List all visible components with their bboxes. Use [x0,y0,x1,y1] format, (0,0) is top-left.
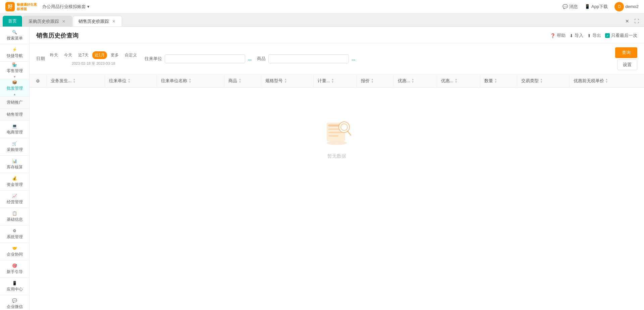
box-icon: 📦 [12,80,17,85]
tab-sales-history[interactable]: 销售历史价跟踪 ✕ [73,16,122,27]
cart-icon: 🛒 [12,141,17,146]
data-table: ⚙ 业务发生... ▲▼ 往来单位 [30,74,644,88]
clipboard-icon: 📋 [12,211,17,216]
import-icon: ⬇ [570,33,573,38]
table-col-goods: 商品 ▲▼ [224,74,261,88]
search-icon: 🔍 [12,30,17,35]
sidebar-item-retail[interactable]: 🏪 零售管理 ▾ [0,62,29,79]
tab-home[interactable]: 首页 [3,16,22,27]
app-logo-icon: 好 [5,2,15,11]
checkbox-checked-icon: ✓ [605,33,610,38]
sidebar-item-ecommerce[interactable]: 💻 电商管理 [0,121,29,138]
date-btn-yesterday[interactable]: 昨天 [48,51,60,59]
sidebar-item-wechat[interactable]: 💬 企业微信 [0,295,29,310]
help-label: 帮助 [557,33,566,39]
table-col-spec: 规格型号 ▲▼ [261,74,314,88]
table-col-pretax-price-sort[interactable]: 优惠前无税单价 ▲▼ [574,78,640,84]
customer-filter-ellipsis[interactable]: ... [248,56,252,61]
col-pretax-price-label: 优惠前无税单价 [574,78,604,84]
sidebar: 🔍 搜索菜单 ⚡ 快捷导航 🏪 零售管理 ▾ 📦 批发管理 ▴ 营销推广 销售管… [0,27,30,310]
user-menu[interactable]: D demo2 [614,2,639,11]
wholesale-submenu: 营销推广 销售管理 [0,97,29,121]
sidebar-item-basics[interactable]: 📋 基础信息 [0,208,29,225]
tab-fullscreen-button[interactable]: ⛶ [633,18,640,24]
tab-close-all-button[interactable]: ✕ [624,18,631,24]
download-icon: 📱 [585,4,590,9]
message-button[interactable]: 💬 消息 [562,4,578,10]
sort-arrows-price: ▲▼ [371,78,374,84]
table-col-date-sort[interactable]: 业务发生... ▲▼ [51,78,101,84]
sidebar-item-inventory[interactable]: 📊 库存核算 [0,156,29,173]
sidebar-item-finance[interactable]: 💰 资金管理 [0,173,29,191]
sidebar-item-search[interactable]: 🔍 搜索菜单 [0,27,29,44]
tab-purchase-history-close[interactable]: ✕ [61,19,66,24]
table-col-pretax-price: 优惠前无税单价 ▲▼ [569,74,644,88]
only-last-checkbox[interactable]: ✓ 只看最后一次 [605,33,637,39]
help-button[interactable]: ❓ 帮助 [550,33,566,39]
date-btn-1month[interactable]: 近1月 [92,51,107,59]
col-goods-label: 商品 [228,78,237,84]
table-col-discount1-sort[interactable]: 优惠... ▲▼ [398,78,433,84]
table-settings-icon[interactable]: ⚙ [36,79,40,84]
export-button[interactable]: ⬆ 导出 [587,33,601,39]
date-btn-more[interactable]: 更多 [108,51,121,59]
money-icon: 💰 [12,176,17,181]
table-col-unit-sort[interactable]: 计量... ▲▼ [318,78,353,84]
tab-purchase-history[interactable]: 采购历史价跟踪 ✕ [23,16,72,27]
sort-arrows-discount2: ▲▼ [455,78,458,84]
date-filter-label: 日期 [36,56,45,62]
sidebar-item-sales-mgmt[interactable]: 销售管理 [0,109,29,121]
svg-rect-4 [328,132,342,133]
sidebar-item-ecommerce-label: 电商管理 [7,130,23,135]
sidebar-item-retail-label: 零售管理 [7,68,23,74]
table-col-discount2-sort[interactable]: 优惠... ▲▼ [441,78,476,84]
goods-filter-input[interactable] [268,54,349,63]
header-left: 好 畅捷通好生意 标准版 办公用品行业模拟账套 ▾ [5,2,92,11]
sidebar-item-marketing[interactable]: 营销推广 [0,97,29,109]
trending-icon: 📈 [12,194,17,198]
table-col-qty-sort[interactable]: 数量 ▲▼ [484,78,513,84]
date-btn-custom[interactable]: 自定义 [122,51,139,59]
store-icon: 🏪 [12,62,17,67]
query-button[interactable]: 查询 [615,47,637,58]
table-header-row: ⚙ 业务发生... ▲▼ 往来单位 [30,74,644,88]
sidebar-item-system[interactable]: ⚙ 系统管理 [0,225,29,243]
sidebar-item-operations[interactable]: 📈 经营管理 [0,191,29,208]
sidebar-item-shortcuts-label: 快捷导航 [7,53,23,59]
goods-filter-ellipsis[interactable]: ... [352,56,355,61]
chevron-down-icon: ▾ [14,75,15,79]
sidebar-item-collaboration[interactable]: 🤝 企业协同 [0,243,29,260]
table-col-spec-sort[interactable]: 规格型号 ▲▼ [265,78,309,84]
app-download-label: App下载 [591,4,608,10]
table-col-trade-type-sort[interactable]: 交易类型 ▲▼ [521,78,565,84]
lightning-icon: ⚡ [12,47,17,52]
goods-filter-label: 商品 [257,56,266,62]
date-btn-7days[interactable]: 近7天 [76,51,91,59]
col-customer-name-label: 往来单位名称 [161,78,187,84]
table-col-price-sort[interactable]: 报价 ▲▼ [361,78,389,84]
date-shortcuts-top: 昨天 今天 近7天 近1月 更多 自定义 [48,51,139,59]
table-col-settings[interactable]: ⚙ [30,74,46,88]
app-selector[interactable]: 办公用品行业模拟账套 ▾ [40,2,92,11]
import-button[interactable]: ⬇ 导入 [570,33,583,39]
customer-filter-input[interactable] [165,54,245,63]
sort-arrows-date: ▲▼ [73,78,75,84]
table-col-customer-code-sort[interactable]: 往来单位 ▲▼ [109,78,153,84]
col-discount2-label: 优惠... [441,78,453,84]
date-btn-today[interactable]: 今天 [62,51,74,59]
app-logo-text: 畅捷通好生意 标准版 [17,2,37,11]
sidebar-item-guide[interactable]: 🎯 新手引导 [0,260,29,278]
sidebar-item-purchase[interactable]: 🛒 采购管理 [0,138,29,156]
svg-rect-5 [328,135,338,137]
app-download-button[interactable]: 📱 App下载 [585,4,608,10]
sidebar-item-shortcuts[interactable]: ⚡ 快捷导航 [0,44,29,62]
sidebar-item-wholesale[interactable]: 📦 批发管理 ▴ [0,79,29,97]
table-col-customer-name-sort[interactable]: 往来单位名称 ▲▼ [161,78,220,84]
empty-state: 暂无数据 [30,88,644,186]
svg-line-8 [347,131,351,135]
sidebar-item-apps[interactable]: 📱 应用中心 [0,278,29,295]
table-col-goods-sort[interactable]: 商品 ▲▼ [228,78,257,84]
settings-button[interactable]: 设置 [617,59,637,70]
date-range-display: 2023-02-18 至 2023-03-18 [72,61,115,66]
tab-sales-history-close[interactable]: ✕ [111,19,116,24]
